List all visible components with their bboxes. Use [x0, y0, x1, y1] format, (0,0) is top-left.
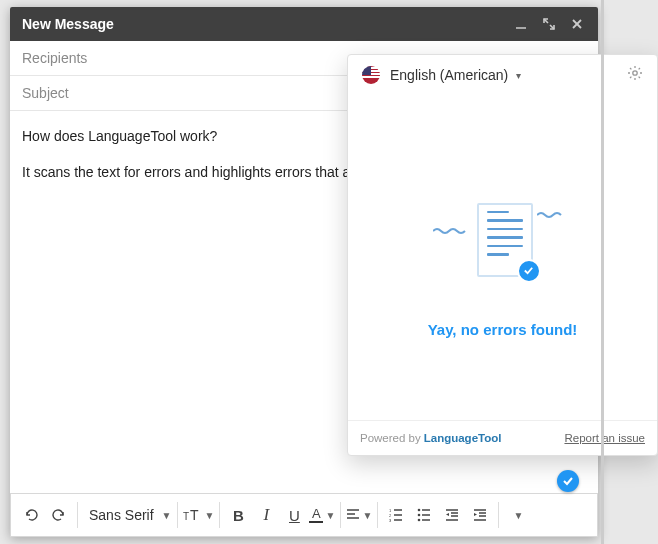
chevron-down-icon: ▼: [162, 510, 172, 521]
right-gutter: [601, 0, 604, 544]
minimize-icon[interactable]: [512, 15, 530, 33]
subject-placeholder: Subject: [22, 85, 69, 101]
window-titlebar: New Message: [10, 7, 598, 41]
window-title: New Message: [22, 16, 114, 32]
indent-more-button[interactable]: [467, 500, 493, 530]
lt-status-message: Yay, no errors found!: [428, 321, 578, 338]
separator: [498, 502, 499, 528]
chevron-down-icon: ▼: [513, 510, 523, 521]
align-button[interactable]: ▼: [346, 500, 372, 530]
no-errors-illustration: [433, 199, 573, 289]
text-color-button[interactable]: A▼: [309, 500, 335, 530]
separator: [219, 502, 220, 528]
svg-text:T: T: [190, 507, 199, 523]
svg-point-14: [418, 509, 421, 512]
lt-language-select[interactable]: English (American): [390, 67, 508, 83]
separator: [377, 502, 378, 528]
redo-button[interactable]: [46, 500, 72, 530]
separator: [340, 502, 341, 528]
svg-point-28: [633, 71, 637, 75]
lt-brand-link[interactable]: LanguageTool: [424, 432, 502, 444]
bullet-list-button[interactable]: [411, 500, 437, 530]
font-family-label: Sans Serif: [83, 507, 160, 523]
font-size-button[interactable]: TT▼: [183, 500, 215, 530]
underline-button[interactable]: U: [281, 500, 307, 530]
separator: [77, 502, 78, 528]
bold-button[interactable]: B: [225, 500, 251, 530]
chevron-down-icon: ▼: [205, 510, 215, 521]
svg-text:3: 3: [389, 518, 392, 522]
lt-powered-by-label: Powered by: [360, 432, 421, 444]
checkmark-badge-icon: [517, 259, 541, 283]
chevron-down-icon[interactable]: ▾: [516, 70, 521, 81]
svg-text:T: T: [183, 511, 189, 522]
separator: [177, 502, 178, 528]
us-flag-icon: [362, 66, 380, 84]
gear-icon[interactable]: [627, 65, 643, 85]
numbered-list-button[interactable]: 123: [383, 500, 409, 530]
chevron-down-icon: ▼: [325, 510, 335, 521]
font-family-select[interactable]: Sans Serif▼: [83, 500, 172, 530]
undo-button[interactable]: [18, 500, 44, 530]
lt-report-issue-link[interactable]: Report an issue: [564, 432, 645, 444]
lt-footer: Powered by LanguageTool Report an issue: [348, 420, 657, 455]
svg-point-16: [418, 519, 421, 522]
languagetool-panel: English (American) ▾ Yay, no errors foun…: [347, 54, 658, 456]
lt-status-badge[interactable]: [557, 470, 579, 492]
italic-button[interactable]: I: [253, 500, 279, 530]
expand-icon[interactable]: [540, 15, 558, 33]
lt-body: Yay, no errors found!: [348, 96, 657, 420]
format-toolbar: Sans Serif▼ TT▼ B I U A▼ ▼ 123 ▼: [10, 493, 598, 537]
more-formatting-button[interactable]: ▼: [504, 500, 530, 530]
close-icon[interactable]: [568, 15, 586, 33]
chevron-down-icon: ▼: [362, 510, 372, 521]
recipients-placeholder: Recipients: [22, 50, 87, 66]
svg-point-15: [418, 514, 421, 517]
lt-header: English (American) ▾: [348, 55, 657, 96]
indent-less-button[interactable]: [439, 500, 465, 530]
